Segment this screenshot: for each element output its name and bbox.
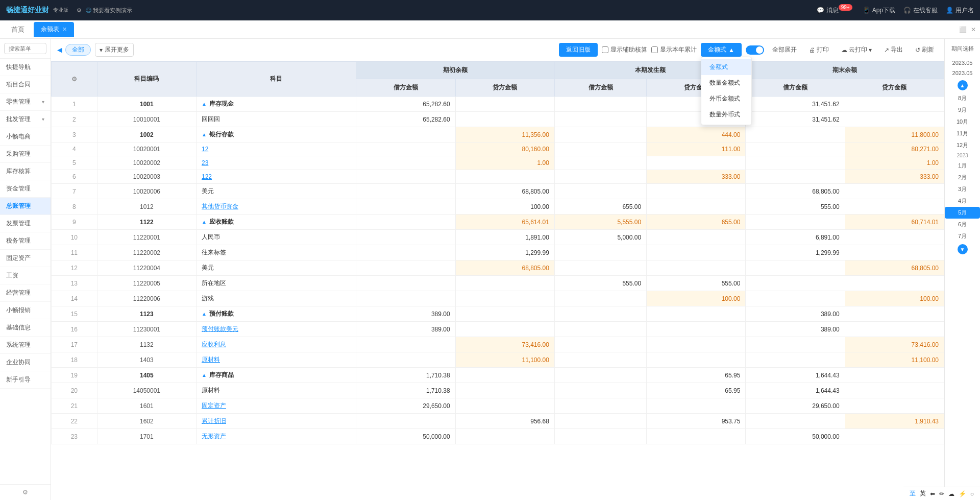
month-8[interactable]: 8月 <box>945 92 980 104</box>
expand-row-icon[interactable]: ▲ <box>202 219 208 225</box>
tab-restore-btn[interactable]: ⬜ <box>959 26 967 33</box>
sidebar-item-inventory[interactable]: 库存核算 <box>0 163 51 180</box>
sidebar-item-wholesale[interactable]: 批发管理▾ <box>0 111 51 128</box>
sidebar-item-tax[interactable]: 税务管理 <box>0 232 51 250</box>
user-avatar[interactable]: 👤 用户名 <box>946 6 974 15</box>
view-mode-foreign-amount[interactable]: 外币金额式 <box>701 91 751 107</box>
month-4[interactable]: 4月 <box>945 195 980 207</box>
sidebar-item-basic[interactable]: 基础信息 <box>0 319 51 337</box>
expand-row-icon[interactable]: ▲ <box>202 372 208 378</box>
account-link[interactable]: 122 <box>202 173 212 180</box>
tab-home[interactable]: 首页 <box>4 22 32 37</box>
amount-cell <box>554 291 646 306</box>
export-btn[interactable]: ↗ 导出 <box>880 43 907 56</box>
month-12[interactable]: 12月 <box>945 139 980 151</box>
collapse-up-btn[interactable]: ▲ <box>958 80 968 90</box>
sidebar-item-invoice[interactable]: 发票管理 <box>0 215 51 232</box>
status-icon-3[interactable]: ⬅ <box>930 490 935 497</box>
demo-link[interactable]: ◎ 我要看实例演示 <box>86 7 132 14</box>
refresh-btn[interactable]: ↺ 刷新 <box>911 43 938 56</box>
account-link[interactable]: 预付账款美元 <box>202 325 238 332</box>
table-row: 15 1123 ▲ 预付账款 389.00 389.00 <box>52 306 944 322</box>
date-range-end[interactable]: 2023.05 <box>945 68 980 78</box>
account-link[interactable]: 12 <box>202 146 208 153</box>
month-5[interactable]: 5月 <box>945 207 980 219</box>
month-7[interactable]: 7月 <box>945 230 980 242</box>
status-icon-5[interactable]: ☁ <box>948 490 954 497</box>
toolbar-right: 返回旧版 显示辅助核算 显示本年累计 金额式 ▲ 金额式 数量金 <box>559 43 938 57</box>
print-btn[interactable]: 🖨 打印 <box>805 43 833 56</box>
month-10[interactable]: 10月 <box>945 116 980 128</box>
breadcrumb-back-icon[interactable]: ◀ <box>57 46 62 54</box>
sidebar-item-retail[interactable]: 零售管理▾ <box>0 93 51 111</box>
row-number: 5 <box>52 156 97 170</box>
account-name: ▲ 预付账款 <box>196 306 356 322</box>
sidebar-item-guide[interactable]: 新手引导 <box>0 371 51 389</box>
view-mode-dropdown[interactable]: 金额式 ▲ 金额式 数量金额式 外币金额式 数量外币式 <box>701 43 742 57</box>
expand-all-toggle[interactable] <box>746 45 764 55</box>
status-icon-6[interactable]: ⚡ <box>959 490 966 497</box>
tab-close-all-btn[interactable]: ✕ <box>971 26 976 33</box>
account-name: 回回回 <box>196 112 356 127</box>
sidebar-item-purchase[interactable]: 采购管理 <box>0 146 51 163</box>
status-icon-4[interactable]: ✏ <box>939 490 944 497</box>
account-link[interactable]: 固定资产 <box>202 402 226 409</box>
month-2[interactable]: 2月 <box>945 172 980 183</box>
tab-close-btn[interactable]: ✕ <box>62 26 67 33</box>
col-settings-header[interactable]: ⚙ <box>52 62 97 97</box>
month-9[interactable]: 9月 <box>945 104 980 116</box>
view-mode-amount[interactable]: 金额式 <box>701 59 751 75</box>
status-icon-1[interactable]: 至 <box>910 489 916 498</box>
sidebar-item-sales[interactable]: 小畅报销 <box>0 302 51 319</box>
expand-more-btn[interactable]: ▾ 展开更多 <box>95 43 134 57</box>
sidebar-item-system[interactable]: 系统管理 <box>0 337 51 354</box>
app-edition: 专业版 <box>53 7 68 14</box>
account-link[interactable]: 累计折旧 <box>202 417 226 424</box>
view-mode-qty-amount[interactable]: 数量金额式 <box>701 75 751 91</box>
return-old-btn[interactable]: 返回旧版 <box>559 43 598 57</box>
view-mode-btn[interactable]: 金额式 ▲ <box>701 43 742 57</box>
expand-all-label[interactable]: 全部展开 <box>768 43 801 56</box>
expand-row-icon[interactable]: ▲ <box>202 132 208 137</box>
account-link[interactable]: 无形资产 <box>202 433 226 440</box>
sidebar-item-capital[interactable]: 资金管理 <box>0 180 51 198</box>
account-link[interactable]: 应收利息 <box>202 341 226 348</box>
sidebar-item-fixed-asset[interactable]: 固定资产 <box>0 250 51 267</box>
month-3[interactable]: 3月 <box>945 183 980 195</box>
show-auxiliary-checkbox[interactable]: 显示辅助核算 <box>602 45 647 54</box>
app-download-btn[interactable]: 📱 App下载 <box>863 6 895 15</box>
search-input[interactable] <box>4 43 46 54</box>
sidebar-item-ecommerce[interactable]: 小畅电商 <box>0 128 51 146</box>
date-range-start[interactable]: 2023.05 <box>945 58 980 68</box>
cloud-print-btn[interactable]: ☁ 云打印 ▾ <box>837 43 876 56</box>
account-link[interactable]: 其他货币资金 <box>202 203 238 210</box>
amount-cell <box>356 142 455 156</box>
message-btn[interactable]: 💬 消息 99+ <box>817 6 854 15</box>
expand-row-icon[interactable]: ▲ <box>202 101 208 107</box>
account-code: 1405 <box>97 368 196 383</box>
month-11[interactable]: 11月 <box>945 128 980 139</box>
settings-icon[interactable]: ⚙ <box>77 7 82 14</box>
content-area: ◀ 全部 ▾ 展开更多 返回旧版 显示辅助核算 显示本年 <box>51 39 944 500</box>
breadcrumb-tag[interactable]: 全部 <box>65 44 91 56</box>
collapse-down-btn[interactable]: ▼ <box>958 244 968 254</box>
account-link[interactable]: 原材料 <box>202 356 220 363</box>
sidebar-item-accounting[interactable]: 总账管理 <box>0 198 51 215</box>
sidebar-item-cooperation[interactable]: 企业协同 <box>0 354 51 371</box>
month-6[interactable]: 6月 <box>945 219 980 230</box>
status-icon-7[interactable]: ○ <box>970 490 974 497</box>
online-service-btn[interactable]: 🎧 在线客服 <box>903 6 938 15</box>
show-yearly-checkbox[interactable]: 显示本年累计 <box>651 45 697 54</box>
sidebar-item-quick-nav[interactable]: 快捷导航 <box>0 59 51 76</box>
account-link[interactable]: 23 <box>202 159 208 166</box>
tab-balance[interactable]: 余额表 ✕ <box>34 22 74 37</box>
sidebar-item-payroll[interactable]: 工资 <box>0 267 51 284</box>
settings-gear-icon[interactable]: ⚙ <box>22 489 28 496</box>
view-mode-qty-foreign[interactable]: 数量外币式 <box>701 107 751 123</box>
month-1[interactable]: 1月 <box>945 160 980 172</box>
expand-row-icon[interactable]: ▲ <box>202 311 208 317</box>
sidebar-item-business[interactable]: 经营管理 <box>0 284 51 302</box>
amount-cell: 1,299.99 <box>455 245 554 260</box>
sidebar-item-project[interactable]: 项目合同 <box>0 76 51 93</box>
status-icon-2[interactable]: 英 <box>920 489 926 498</box>
